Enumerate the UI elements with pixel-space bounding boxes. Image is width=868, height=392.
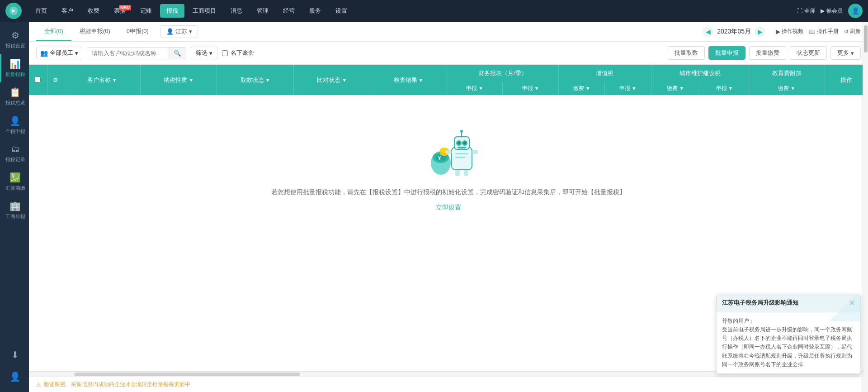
operation-manual-btn[interactable]: 📖 操作手册 (809, 28, 839, 35)
tax-nature-filter-icon[interactable]: ▼ (189, 77, 193, 83)
nav-invoice[interactable]: 票据 NEW (108, 4, 132, 18)
scrollbar-thumb (864, 25, 868, 53)
chevron-down-icon: ▾ (189, 28, 192, 35)
th-financial-declare: 申报▼ (447, 82, 503, 95)
city-declare-filter[interactable]: ▼ (632, 86, 637, 91)
tab-tax-declaration[interactable]: 税款申报(0) (71, 23, 118, 41)
bottom-message: 验证账密、采集信息均成功的企业才会流转至批量报税页面中 (44, 381, 190, 388)
edu-pay-filter[interactable]: ▼ (790, 86, 795, 91)
sidebar-item-download[interactable]: ⬇ (0, 345, 29, 365)
th-fetch-status: 取数状态▼ (217, 65, 293, 95)
svg-point-12 (463, 142, 466, 144)
robot-illustration: ¥ (419, 122, 478, 181)
th-vat-pay: 缴费▼ (559, 82, 605, 95)
employee-selector[interactable]: 👥 全部员工 ▾ (36, 47, 82, 59)
vat-pay-filter[interactable]: ▼ (585, 86, 590, 91)
th-city-tax: 城市维护建设税 (651, 65, 749, 82)
nav-operation[interactable]: 经营 (277, 4, 301, 18)
account-checkbox[interactable] (222, 50, 228, 56)
user-small-icon: 👤 (166, 28, 174, 35)
th-operation: 操作 (825, 65, 868, 95)
next-month-btn[interactable]: ▶ (755, 26, 765, 37)
sidebar-item-tax-overview[interactable]: 📋 报税总览 (0, 82, 29, 111)
user-avatar[interactable]: 👤 (848, 4, 863, 18)
fetch-status-filter-icon[interactable]: ▼ (265, 77, 270, 83)
svg-rect-17 (472, 150, 478, 154)
tab-bar: 全部(0) 税款申报(0) 0申报(0) 👤 江苏 ▾ ◀ 2023年05月 ▶… (29, 22, 868, 42)
tab-all[interactable]: 全部(0) (36, 23, 71, 41)
th-select-all (29, 65, 47, 95)
nav-charge[interactable]: 收费 (81, 4, 106, 18)
th-compare-status: 比对状态▼ (293, 65, 370, 95)
svg-text:¥: ¥ (438, 155, 441, 161)
nav-tax[interactable]: 报税 (160, 4, 184, 18)
svg-rect-7 (452, 147, 472, 170)
select-all-checkbox[interactable] (35, 76, 41, 82)
batch-declare-btn[interactable]: 批量申报 (708, 46, 745, 60)
svg-rect-19 (464, 170, 468, 176)
refresh-btn[interactable]: ↺ 刷新 (844, 28, 861, 35)
sidebar-item-personal-tax[interactable]: 👤 个税申报 (0, 111, 29, 139)
vat-declare-filter[interactable]: ▼ (534, 86, 539, 91)
scroll-thumb (74, 373, 300, 376)
tab-zero-declaration[interactable]: 0申报(0) (118, 23, 157, 41)
more-chevron-icon: ▾ (851, 50, 854, 57)
notification-body: 尊敬的用户： 受当前电子税务局进一步升级的影响，同一个政务网账号（办税人）名下的… (717, 312, 860, 373)
sidebar-item-batch-tax[interactable]: 📊 批量报税 (0, 54, 29, 82)
vip-icon: ▶ (821, 8, 825, 14)
new-badge: NEW (119, 5, 131, 10)
search-input[interactable] (87, 48, 169, 59)
bottom-bar: ⚠ 验证账密、采集信息均成功的企业才会流转至批量报税页面中 (29, 377, 868, 392)
th-tax-nature: 纳税性质▼ (140, 65, 217, 95)
region-selector[interactable]: 👤 江苏 ▾ (160, 25, 198, 38)
svg-rect-21 (455, 157, 465, 158)
filter-chevron-icon: ▾ (209, 50, 212, 57)
notification-title: 江苏电子税务局升级影响通知 (722, 299, 798, 307)
right-scrollbar[interactable] (863, 22, 868, 392)
check-result-filter-icon[interactable]: ▼ (419, 77, 424, 83)
svg-rect-16 (445, 150, 452, 154)
batch-fetch-btn[interactable]: 批量取数 (668, 46, 705, 60)
setup-link[interactable]: 立即设置 (436, 204, 461, 212)
fin-declare-filter[interactable]: ▼ (478, 86, 483, 91)
settlement-icon: 💹 (9, 172, 21, 183)
sidebar-item-tax-settings[interactable]: ⚙ 报税设置 (0, 25, 29, 54)
sidebar-item-settlement[interactable]: 💹 汇算清缴 (0, 167, 29, 196)
nav-business[interactable]: 工商项目 (186, 4, 222, 18)
nav-bookkeeping[interactable]: 记账 (134, 4, 158, 18)
account-checkbox-label[interactable]: 名下账套 (222, 49, 254, 57)
edu-declare-filter[interactable]: ▼ (728, 86, 733, 91)
operation-video-btn[interactable]: ▶ 操作视频 (776, 28, 803, 35)
th-gear: ⚙ (47, 65, 64, 95)
decorative-corner (824, 294, 860, 321)
nav-home[interactable]: 首页 (29, 4, 53, 18)
compare-status-filter-icon[interactable]: ▼ (342, 77, 347, 83)
app-logo[interactable] (5, 3, 22, 19)
fullscreen-btn[interactable]: ⛶ 全屏 (797, 7, 815, 15)
sidebar-item-user[interactable]: 👤 (0, 367, 29, 387)
city-pay-filter[interactable]: ▼ (679, 86, 684, 91)
sidebar-item-tax-record[interactable]: 🗂 报税记录 (0, 139, 29, 167)
search-button[interactable]: 🔍 (169, 48, 186, 59)
annual-report-icon: 🏢 (9, 201, 21, 211)
nav-manage[interactable]: 管理 (250, 4, 275, 18)
filter-btn[interactable]: 筛选 ▾ (191, 47, 217, 59)
batch-pay-btn[interactable]: 批量缴费 (749, 46, 786, 60)
fullscreen-icon: ⛶ (797, 8, 802, 14)
more-btn[interactable]: 更多 ▾ (830, 46, 861, 60)
prev-month-btn[interactable]: ◀ (703, 26, 713, 37)
gear-icon[interactable]: ⚙ (53, 76, 58, 83)
sidebar-item-annual-report[interactable]: 🏢 工商年报 (0, 196, 29, 225)
nav-service[interactable]: 服务 (303, 4, 327, 18)
customer-filter-icon[interactable]: ▼ (112, 77, 117, 83)
nav-settings[interactable]: 设置 (329, 4, 354, 18)
sidebar: ⚙ 报税设置 📊 批量报税 📋 报税总览 👤 个税申报 🗂 报税记录 💹 汇算清… (0, 22, 29, 392)
employee-icon: 👥 (40, 49, 48, 57)
status-update-btn[interactable]: 状态更新 (790, 46, 827, 60)
nav-message[interactable]: 消息 (224, 4, 249, 18)
empty-message: 若您想使用批量报税功能，请先在【报税设置】中进行报税的初始化设置，完成密码验证和… (271, 188, 626, 196)
svg-point-10 (458, 142, 460, 144)
nav-customer[interactable]: 客户 (55, 4, 80, 18)
vip-btn[interactable]: ▶ 畅会员 (821, 7, 843, 15)
th-edu-tax: 教育费附加 (749, 65, 825, 82)
